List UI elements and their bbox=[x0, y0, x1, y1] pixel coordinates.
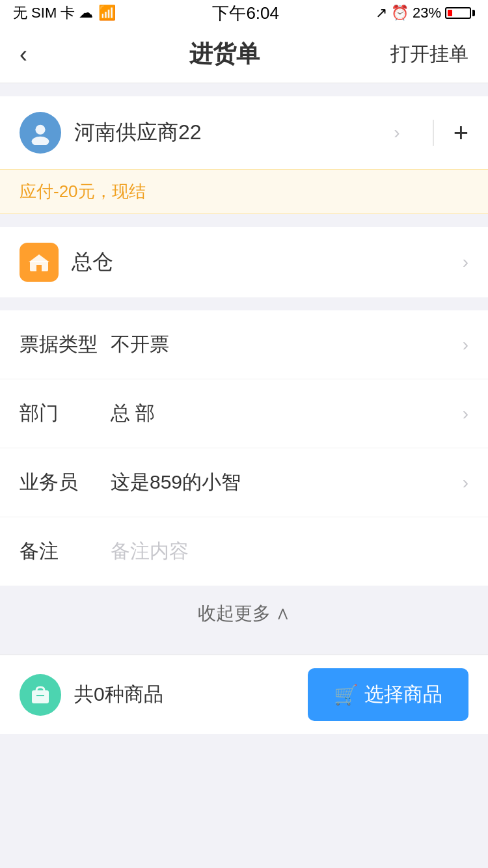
add-button[interactable]: + bbox=[454, 118, 468, 148]
salesperson-label: 业务员 bbox=[20, 469, 98, 496]
status-left: 无 SIM 卡 ☁ 📶 bbox=[13, 3, 116, 23]
warehouse-icon bbox=[20, 243, 59, 282]
notice-banner: 应付-20元，现结 bbox=[0, 169, 488, 214]
nav-bar: ‹ 进货单 打开挂单 bbox=[0, 26, 488, 83]
invoice-label: 票据类型 bbox=[20, 331, 98, 358]
supplier-avatar bbox=[20, 112, 61, 154]
alarm-icon: ⏰ bbox=[391, 5, 409, 21]
back-button[interactable]: ‹ bbox=[20, 41, 59, 68]
dept-value: 总 部 bbox=[98, 400, 463, 427]
collapse-button[interactable]: 收起更多 ∧ bbox=[0, 586, 488, 642]
supplier-name: 河南供应商22 bbox=[74, 118, 394, 147]
supplier-row[interactable]: 河南供应商22 › + bbox=[0, 96, 488, 169]
divider bbox=[433, 120, 434, 146]
warehouse-card: 总仓 › bbox=[0, 227, 488, 297]
warehouse-row[interactable]: 总仓 › bbox=[0, 227, 488, 297]
gap-3 bbox=[0, 297, 488, 310]
supplier-card: 河南供应商22 › + 应付-20元，现结 bbox=[0, 96, 488, 214]
svg-rect-5 bbox=[32, 690, 49, 703]
dept-arrow-icon: › bbox=[463, 403, 468, 424]
gap-4 bbox=[0, 642, 488, 655]
form-row-invoice[interactable]: 票据类型 不开票 › bbox=[0, 310, 488, 379]
wifi-icon: 📶 bbox=[98, 5, 116, 21]
form-row-salesperson[interactable]: 业务员 这是859的小智 › bbox=[0, 448, 488, 517]
gap-1 bbox=[0, 83, 488, 96]
sim-label: 无 SIM 卡 ☁ bbox=[13, 3, 93, 23]
remark-label: 备注 bbox=[20, 538, 98, 565]
svg-point-0 bbox=[35, 125, 45, 135]
salesperson-arrow-icon: › bbox=[463, 472, 468, 493]
cart-icon: 🛒 bbox=[334, 683, 358, 706]
product-icon bbox=[20, 674, 61, 716]
dept-label: 部门 bbox=[20, 400, 98, 427]
status-time: 下午6:04 bbox=[212, 2, 279, 25]
page-title: 进货单 bbox=[189, 38, 260, 70]
product-count: 共0种商品 bbox=[74, 681, 295, 708]
svg-marker-3 bbox=[29, 254, 49, 262]
gap-2 bbox=[0, 214, 488, 227]
open-pending-button[interactable]: 打开挂单 bbox=[390, 41, 468, 68]
status-right: ↗ ⏰ 23% bbox=[375, 5, 475, 21]
select-btn-label: 选择商品 bbox=[364, 681, 442, 708]
collapse-label: 收起更多 ∧ bbox=[198, 601, 291, 626]
invoice-arrow-icon: › bbox=[463, 334, 468, 355]
form-card: 票据类型 不开票 › 部门 总 部 › 业务员 这是859的小智 › 备注 备注… bbox=[0, 310, 488, 586]
warehouse-name: 总仓 bbox=[72, 248, 463, 277]
battery-icon bbox=[445, 7, 475, 19]
battery-label: 23% bbox=[413, 5, 441, 21]
invoice-value: 不开票 bbox=[98, 331, 463, 358]
form-row-remark[interactable]: 备注 备注内容 bbox=[0, 517, 488, 586]
location-icon: ↗ bbox=[375, 5, 387, 21]
remark-input[interactable]: 备注内容 bbox=[98, 538, 468, 565]
status-bar: 无 SIM 卡 ☁ 📶 下午6:04 ↗ ⏰ 23% bbox=[0, 0, 488, 26]
select-product-button[interactable]: 🛒 选择商品 bbox=[308, 668, 468, 721]
svg-rect-4 bbox=[36, 265, 42, 271]
salesperson-value: 这是859的小智 bbox=[98, 469, 463, 496]
form-row-dept[interactable]: 部门 总 部 › bbox=[0, 379, 488, 448]
svg-point-1 bbox=[32, 137, 49, 145]
supplier-arrow-icon: › bbox=[394, 122, 400, 143]
warehouse-arrow-icon: › bbox=[463, 252, 468, 273]
bottom-bar: 共0种商品 🛒 选择商品 bbox=[0, 655, 488, 734]
